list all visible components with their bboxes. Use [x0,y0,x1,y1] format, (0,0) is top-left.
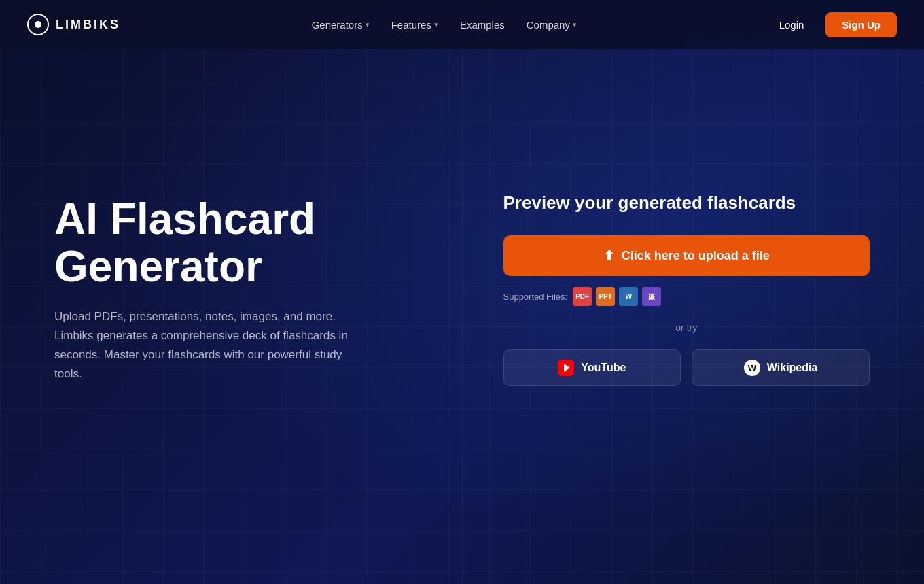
nav-right: Login Sign Up [768,12,897,37]
nav-features[interactable]: Features ▾ [391,19,438,31]
nav-center: Generators ▾ Features ▾ Examples Company… [312,19,577,31]
upload-icon: ⬆ [603,247,615,264]
signup-button[interactable]: Sign Up [825,12,897,37]
nav-examples[interactable]: Examples [460,19,505,31]
upload-button[interactable]: ⬆ Click here to upload a file [503,235,870,276]
hero-right: Preview your generated flashcards ⬆ Clic… [462,49,925,584]
youtube-icon [558,360,574,376]
navbar: LIMBIKS Generators ▾ Features ▾ Examples… [0,0,924,49]
youtube-button[interactable]: YouTube [503,349,681,386]
try-buttons: YouTube W Wikipedia [503,349,870,386]
logo-text: LIMBIKS [56,18,120,32]
nav-company[interactable]: Company ▾ [527,19,577,31]
file-icons: PDF PPT W 🖼 [573,287,661,306]
chevron-down-icon: ▾ [366,20,370,29]
pdf-icon: PDF [573,287,592,306]
hero-title: AI Flashcard Generator [54,195,421,291]
image-icon: 🖼 [642,287,661,306]
word-icon: W [619,287,638,306]
wikipedia-button[interactable]: W Wikipedia [692,349,870,386]
hero-description: Upload PDFs, presentations, notes, image… [54,307,367,383]
login-button[interactable]: Login [768,14,815,36]
logo-link[interactable]: LIMBIKS [27,14,120,35]
nav-generators[interactable]: Generators ▾ [312,19,370,31]
hero-left: AI Flashcard Generator Upload PDFs, pres… [0,49,462,584]
logo-icon [27,14,49,35]
or-divider: or try [503,322,870,333]
supported-files: Supported Files: PDF PPT W 🖼 [503,287,870,306]
preview-title: Preview your generated flashcards [503,192,870,213]
ppt-icon: PPT [596,287,615,306]
wikipedia-icon: W [744,360,760,376]
chevron-down-icon: ▾ [573,20,577,29]
play-icon [564,364,570,372]
chevron-down-icon: ▾ [434,20,438,29]
hero-section: AI Flashcard Generator Upload PDFs, pres… [0,0,924,584]
